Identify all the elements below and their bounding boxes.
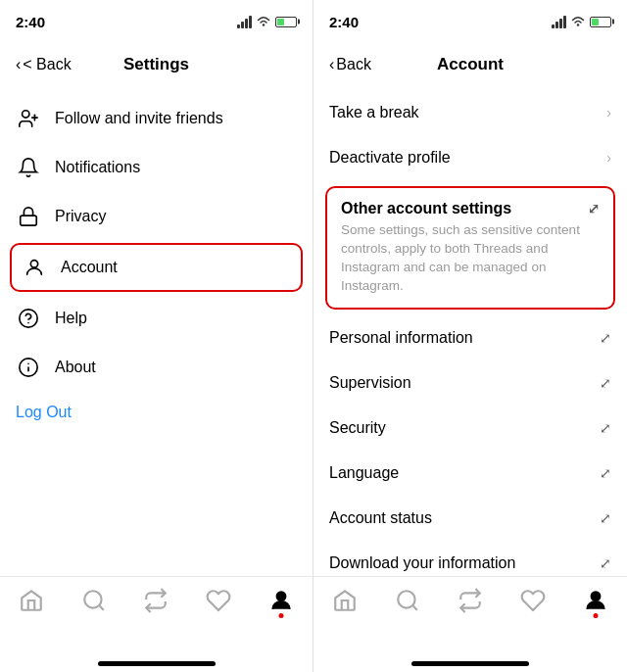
menu-item-security[interactable]: Security ⤢ bbox=[314, 406, 627, 451]
tab-repost-right[interactable] bbox=[457, 587, 484, 614]
back-chevron-left: ‹ bbox=[16, 56, 21, 73]
status-bar-right: 2:40 bbox=[314, 0, 627, 43]
menu-item-take-break[interactable]: Take a break › bbox=[314, 90, 627, 135]
deactivate-label: Deactivate profile bbox=[329, 149, 451, 167]
sidebar-item-notifications[interactable]: Notifications bbox=[0, 143, 313, 192]
back-button-right[interactable]: ‹ Back bbox=[329, 56, 371, 73]
menu-list-left: Follow and invite friends Notifications … bbox=[0, 86, 313, 576]
help-icon bbox=[16, 306, 41, 331]
svg-point-12 bbox=[277, 592, 286, 600]
tab-dot-left bbox=[279, 613, 284, 618]
svg-point-10 bbox=[84, 591, 101, 607]
menu-item-language[interactable]: Language ⤢ bbox=[314, 451, 627, 496]
menu-item-supervision[interactable]: Supervision ⤢ bbox=[314, 360, 627, 406]
sidebar-item-account[interactable]: Account bbox=[10, 243, 303, 292]
external-link-icon-supervision: ⤢ bbox=[600, 375, 611, 391]
account-label: Account bbox=[61, 259, 118, 276]
follow-label: Follow and invite friends bbox=[55, 110, 223, 127]
svg-point-15 bbox=[592, 592, 601, 600]
tab-heart-right[interactable] bbox=[519, 587, 547, 614]
menu-item-personal-info[interactable]: Personal information ⤢ bbox=[314, 315, 627, 360]
page-title-right: Account bbox=[437, 55, 504, 74]
svg-point-13 bbox=[398, 591, 414, 607]
info-icon bbox=[16, 355, 41, 380]
left-panel: 2:40 ‹ < Back Settings bbox=[0, 0, 314, 672]
account-status-label: Account status bbox=[329, 509, 432, 527]
account-icon bbox=[22, 255, 47, 280]
menu-item-download-info[interactable]: Download your information ⤢ bbox=[314, 541, 627, 576]
back-button-left[interactable]: ‹ < Back bbox=[16, 56, 72, 73]
privacy-label: Privacy bbox=[55, 208, 106, 225]
tab-profile-left[interactable] bbox=[267, 587, 295, 614]
download-info-label: Download your information bbox=[329, 554, 515, 572]
sidebar-item-privacy[interactable]: Privacy bbox=[0, 192, 313, 241]
svg-point-4 bbox=[30, 261, 37, 267]
menu-item-account-status[interactable]: Account status ⤢ bbox=[314, 496, 627, 541]
other-account-settings-box[interactable]: Other account settings ⤢ Some settings, … bbox=[325, 186, 615, 310]
sidebar-item-about[interactable]: About bbox=[0, 343, 313, 392]
personal-info-label: Personal information bbox=[329, 329, 473, 347]
notifications-label: Notifications bbox=[55, 159, 140, 176]
menu-item-deactivate[interactable]: Deactivate profile › bbox=[314, 135, 627, 180]
external-link-icon-download: ⤢ bbox=[600, 555, 611, 571]
sidebar-item-follow[interactable]: Follow and invite friends bbox=[0, 94, 313, 143]
log-out-label: Log Out bbox=[16, 404, 72, 421]
svg-line-11 bbox=[99, 605, 104, 610]
time-left: 2:40 bbox=[16, 14, 45, 30]
tab-dot-right bbox=[594, 613, 599, 618]
external-link-icon-account-status: ⤢ bbox=[600, 510, 611, 526]
right-menu-list: Take a break › Deactivate profile › Othe… bbox=[314, 86, 627, 576]
other-account-title: Other account settings bbox=[341, 200, 511, 217]
external-link-icon-security: ⤢ bbox=[600, 420, 611, 436]
wifi-icon-left bbox=[256, 16, 271, 27]
signal-icon-right bbox=[552, 16, 566, 28]
chevron-icon-deactivate: › bbox=[606, 150, 611, 166]
tab-profile-right[interactable] bbox=[582, 587, 609, 614]
svg-point-0 bbox=[23, 111, 29, 118]
battery-icon-left bbox=[275, 17, 297, 27]
external-link-icon-language: ⤢ bbox=[600, 465, 611, 481]
lock-icon bbox=[16, 204, 41, 229]
log-out-button[interactable]: Log Out bbox=[0, 392, 313, 433]
supervision-label: Supervision bbox=[329, 374, 411, 392]
back-label-left: < Back bbox=[23, 56, 71, 73]
external-link-icon-other-account: ⤢ bbox=[588, 201, 600, 216]
other-account-description: Some settings, such as sensitive content… bbox=[341, 221, 600, 296]
language-label: Language bbox=[329, 464, 399, 482]
tab-home-right[interactable] bbox=[331, 587, 359, 614]
tab-home-left[interactable] bbox=[18, 587, 45, 614]
back-label-right: Back bbox=[336, 56, 371, 73]
svg-rect-3 bbox=[21, 216, 37, 225]
help-label: Help bbox=[55, 310, 87, 327]
svg-line-14 bbox=[412, 605, 417, 610]
sidebar-item-help[interactable]: Help bbox=[0, 294, 313, 343]
home-indicator-left bbox=[98, 661, 216, 666]
about-label: About bbox=[55, 359, 96, 376]
follow-icon bbox=[16, 106, 41, 131]
battery-icon-right bbox=[590, 17, 611, 27]
tab-bar-right bbox=[314, 576, 627, 657]
status-bar-left: 2:40 bbox=[0, 0, 313, 43]
tab-bar-left bbox=[0, 576, 313, 657]
take-break-label: Take a break bbox=[329, 104, 419, 121]
bell-icon bbox=[16, 155, 41, 180]
home-indicator-right bbox=[411, 661, 529, 666]
time-right: 2:40 bbox=[329, 14, 359, 30]
tab-heart-left[interactable] bbox=[205, 587, 232, 614]
tab-search-left[interactable] bbox=[80, 587, 108, 614]
status-icons-right bbox=[552, 16, 611, 28]
security-label: Security bbox=[329, 419, 386, 437]
right-panel: 2:40 ‹ Back Account Take a break › bbox=[314, 0, 627, 672]
tab-search-right[interactable] bbox=[394, 587, 421, 614]
page-title-left: Settings bbox=[123, 55, 189, 74]
status-icons-left bbox=[237, 16, 297, 28]
nav-header-left: ‹ < Back Settings bbox=[0, 43, 313, 86]
signal-icon-left bbox=[237, 16, 252, 28]
svg-point-5 bbox=[20, 310, 37, 327]
other-account-title-row: Other account settings ⤢ bbox=[341, 200, 600, 217]
back-chevron-right: ‹ bbox=[329, 56, 334, 73]
chevron-icon-take-break: › bbox=[606, 105, 611, 120]
external-link-icon-personal: ⤢ bbox=[600, 330, 611, 346]
tab-repost-left[interactable] bbox=[142, 587, 169, 614]
wifi-icon-right bbox=[570, 16, 586, 27]
